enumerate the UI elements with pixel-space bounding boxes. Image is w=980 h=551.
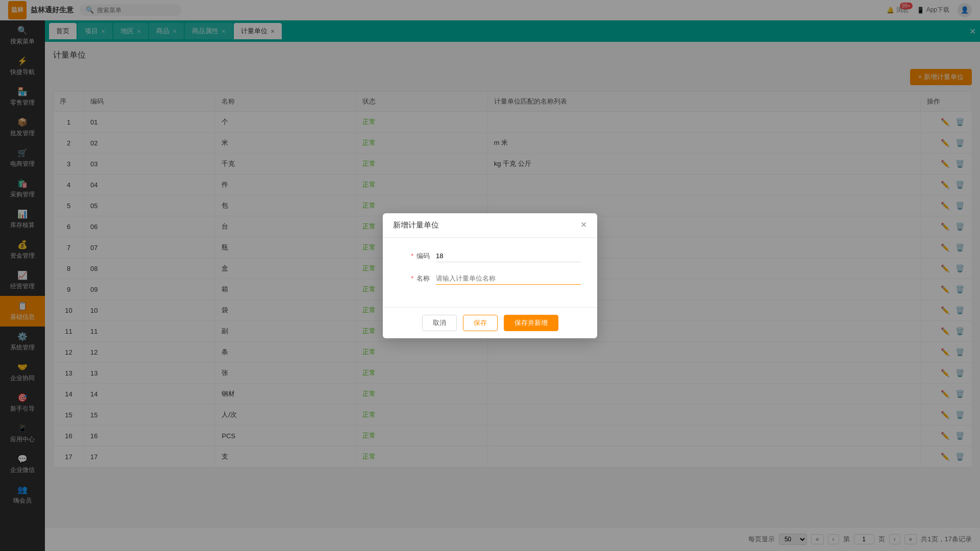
cancel-button[interactable]: 取消 <box>422 315 457 331</box>
dialog-close-button[interactable]: ✕ <box>580 221 587 229</box>
dialog-overlay: 新增计量单位 ✕ * 编码 * 名称 取消 保存 保存并新增 <box>0 0 980 551</box>
add-unit-dialog: 新增计量单位 ✕ * 编码 * 名称 取消 保存 保存并新增 <box>383 213 597 338</box>
required-mark-name: * <box>411 274 413 282</box>
form-name-label: * 名称 <box>399 274 430 283</box>
code-input[interactable] <box>436 250 581 262</box>
save-and-new-button[interactable]: 保存并新增 <box>504 315 558 331</box>
dialog-header: 新增计量单位 ✕ <box>383 213 597 238</box>
form-row-code: * 编码 <box>399 250 581 262</box>
save-button[interactable]: 保存 <box>463 315 498 331</box>
name-input[interactable] <box>436 272 581 285</box>
form-code-label: * 编码 <box>399 252 430 261</box>
form-row-name: * 名称 <box>399 272 581 285</box>
dialog-footer: 取消 保存 保存并新增 <box>383 307 597 338</box>
required-mark: * <box>411 252 413 260</box>
dialog-title: 新增计量单位 <box>393 220 439 230</box>
dialog-body: * 编码 * 名称 <box>383 238 597 307</box>
